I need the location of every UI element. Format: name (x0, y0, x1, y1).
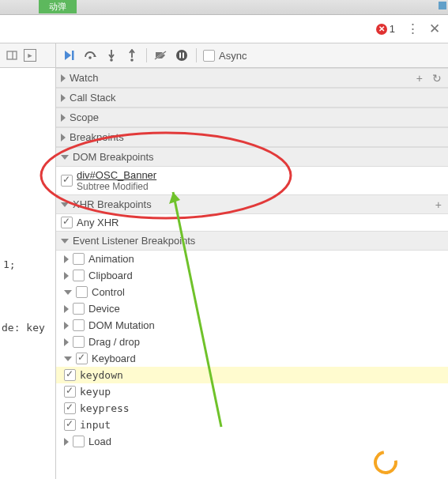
xhr-breakpoint-item[interactable]: Any XHR (56, 214, 448, 231)
chevron-right-icon (64, 272, 69, 280)
play-frame-icon[interactable]: ▶ (24, 49, 36, 62)
section-breakpoints[interactable]: Breakpoints (56, 127, 448, 147)
checkbox-icon[interactable] (73, 270, 85, 281)
checkbox-icon[interactable] (61, 217, 73, 228)
tree-label: Control (92, 286, 125, 298)
tree-label: Load (88, 436, 111, 447)
dom-breakpoint-selector: div#OSC_Banner (77, 169, 156, 181)
tree-item-device[interactable]: Device (56, 300, 448, 317)
error-badge[interactable]: ✕ 1 (376, 23, 395, 35)
section-dom-breakpoints[interactable]: DOM Breakpoints (56, 147, 448, 167)
checkbox-icon[interactable] (76, 286, 88, 298)
tree-label: input (80, 419, 111, 431)
checkbox-icon[interactable] (64, 402, 76, 414)
checkbox-icon[interactable] (64, 386, 76, 398)
chevron-down-icon (61, 239, 69, 243)
tree-item-animation[interactable]: Animation (56, 251, 448, 267)
checkbox-icon[interactable] (73, 336, 85, 348)
checkbox-icon (203, 50, 215, 62)
close-icon[interactable]: ✕ (429, 21, 440, 37)
svg-point-7 (130, 58, 134, 62)
dom-breakpoint-type: Subtree Modified (77, 181, 156, 192)
resume-icon[interactable] (61, 47, 80, 64)
checkbox-icon[interactable] (64, 419, 76, 431)
section-scope[interactable]: Scope (56, 107, 448, 127)
svg-rect-2 (72, 51, 74, 60)
tree-item-keydown[interactable]: keydown (56, 367, 448, 383)
refresh-icon[interactable]: ↻ (432, 72, 442, 85)
step-over-icon[interactable] (81, 47, 100, 64)
section-label: XHR Breakpoints (73, 198, 152, 210)
kebab-menu-icon[interactable]: ⋮ (406, 21, 418, 37)
section-watch[interactable]: Watch+↻ (56, 68, 448, 88)
section-label: Call Stack (70, 92, 116, 104)
section-label: DOM Breakpoints (73, 151, 154, 163)
chevron-down-icon (61, 202, 69, 207)
svg-point-3 (88, 56, 92, 59)
section-label: Breakpoints (70, 131, 124, 143)
tree-label: Clipboard (88, 270, 133, 281)
browser-tab[interactable]: 动弹 (39, 0, 77, 13)
section-callstack[interactable]: Call Stack (56, 88, 448, 107)
section-xhr-breakpoints[interactable]: XHR Breakpoints+ (56, 194, 448, 214)
left-toolbar: ▶ (0, 43, 55, 68)
checkbox-icon[interactable] (76, 353, 88, 364)
checkbox-icon[interactable] (64, 369, 76, 381)
section-event-breakpoints[interactable]: Event Listener Breakpoints (56, 231, 448, 251)
tree-item-keyboard[interactable]: Keyboard (56, 350, 448, 367)
pane-toggle-icon[interactable] (6, 50, 17, 61)
tree-label: keydown (80, 369, 123, 381)
tree-label: keypress (80, 402, 130, 414)
xhr-label: Any XHR (77, 217, 119, 228)
event-tree: Animation Clipboard Control Device DOM M… (56, 251, 448, 450)
chevron-down-icon (61, 155, 69, 160)
add-xhr-icon[interactable]: + (435, 198, 442, 211)
tree-item-keyup[interactable]: keyup (56, 383, 448, 400)
checkbox-icon[interactable] (73, 303, 85, 315)
tree-item-dom-mutation[interactable]: DOM Mutation (56, 317, 448, 334)
chevron-right-icon (64, 338, 69, 346)
dom-breakpoint-item[interactable]: div#OSC_Banner Subtree Modified (56, 167, 448, 194)
checkbox-icon[interactable] (73, 319, 85, 331)
chevron-right-icon (61, 94, 66, 102)
svg-rect-0 (7, 51, 17, 59)
section-label: Scope (70, 111, 99, 123)
code-fragment: 1; (3, 258, 16, 270)
chevron-right-icon (64, 305, 69, 313)
tree-item-clipboard[interactable]: Clipboard (56, 267, 448, 284)
window-top-strip: 动弹 (0, 0, 448, 15)
checkbox-icon[interactable] (73, 253, 85, 265)
pause-exceptions-icon[interactable] (172, 47, 191, 64)
tree-label: DOM Mutation (88, 319, 155, 331)
tree-item-drag-drop[interactable]: Drag / drop (56, 334, 448, 350)
checkbox-icon[interactable] (73, 436, 85, 447)
deactivate-breakpoints-icon[interactable] (152, 47, 171, 64)
tree-label: Keyboard (92, 353, 136, 364)
tree-item-load[interactable]: Load (56, 433, 448, 450)
separator (196, 48, 197, 62)
tree-item-keypress[interactable]: keypress (56, 400, 448, 417)
corner-decoration (439, 2, 446, 9)
section-label: Watch (70, 72, 98, 84)
svg-rect-12 (183, 53, 184, 58)
tree-item-input[interactable]: input (56, 417, 448, 433)
add-watch-icon[interactable]: + (416, 72, 423, 85)
step-out-icon[interactable] (122, 47, 141, 64)
section-label: Event Listener Breakpoints (73, 235, 195, 247)
checkbox-icon[interactable] (61, 175, 73, 187)
error-icon: ✕ (376, 24, 387, 35)
tree-label: keyup (80, 386, 111, 398)
async-toggle[interactable]: Async (203, 50, 247, 62)
step-into-icon[interactable] (102, 47, 121, 64)
tree-label: Animation (88, 253, 134, 265)
svg-point-10 (176, 50, 187, 61)
separator (146, 48, 147, 62)
chevron-right-icon (64, 438, 69, 446)
watermark-text: 创新互联 (402, 455, 443, 470)
tree-label: Device (88, 303, 120, 315)
code-fragment: de: key (2, 322, 45, 334)
chevron-down-icon (64, 290, 72, 295)
chevron-down-icon (64, 356, 72, 361)
chevron-right-icon (64, 322, 69, 330)
tree-item-control[interactable]: Control (56, 284, 448, 300)
